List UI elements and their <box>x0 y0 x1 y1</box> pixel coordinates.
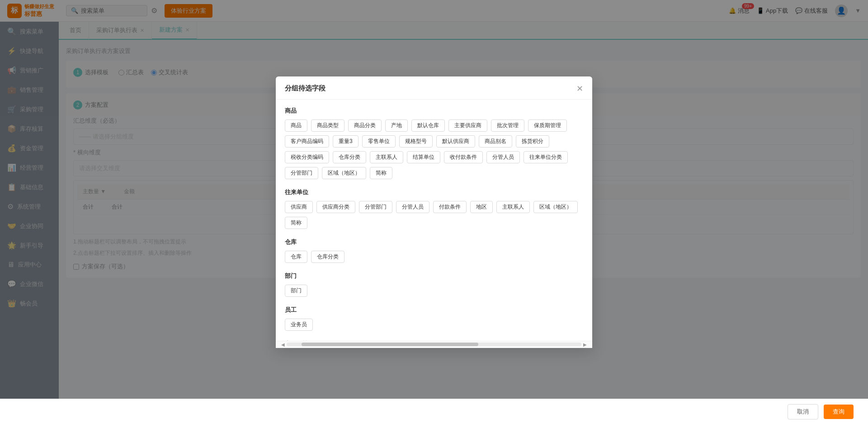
field-tag-1-3[interactable]: 分管人员 <box>396 201 429 213</box>
field-tag-2-1[interactable]: 仓库分类 <box>311 251 344 263</box>
bottom-action-bar: 取消 查询 <box>0 399 868 424</box>
field-tag-0-9[interactable]: 重量3 <box>333 135 359 148</box>
modal-body: 商品商品商品类型商品分类产地默认仓库主要供应商批次管理保质期管理客户商品编码重量… <box>276 100 592 341</box>
field-tag-0-24[interactable]: 简称 <box>370 167 392 179</box>
field-tag-0-8[interactable]: 客户商品编码 <box>285 135 329 148</box>
field-tag-0-11[interactable]: 规格型号 <box>399 135 433 148</box>
field-tag-3-0[interactable]: 部门 <box>285 285 307 297</box>
section-title-1: 往来单位 <box>285 188 583 196</box>
section-title-4: 员工 <box>285 306 583 314</box>
field-tag-0-22[interactable]: 分管部门 <box>285 167 318 179</box>
field-tag-0-7[interactable]: 保质期管理 <box>528 119 567 132</box>
field-tag-0-23[interactable]: 区域（地区） <box>322 167 366 179</box>
section-title-3: 部门 <box>285 272 583 280</box>
section-tags-2: 仓库仓库分类 <box>285 251 583 263</box>
section-tags-4: 业务员 <box>285 319 583 331</box>
section-title-0: 商品 <box>285 107 583 115</box>
field-tag-0-21[interactable]: 往来单位分类 <box>524 151 568 163</box>
field-tag-0-16[interactable]: 仓库分类 <box>333 151 366 163</box>
field-tag-1-6[interactable]: 主联系人 <box>496 201 530 213</box>
field-section-2: 仓库仓库仓库分类 <box>285 238 583 263</box>
scroll-track <box>287 343 581 346</box>
section-tags-0: 商品商品类型商品分类产地默认仓库主要供应商批次管理保质期管理客户商品编码重量3零… <box>285 119 583 179</box>
field-tag-1-5[interactable]: 地区 <box>470 201 493 213</box>
modal-header: 分组待选字段 ✕ <box>276 76 592 100</box>
field-tag-0-19[interactable]: 收付款条件 <box>444 151 483 163</box>
field-tag-0-18[interactable]: 结算单位 <box>407 151 440 163</box>
field-tag-4-0[interactable]: 业务员 <box>285 319 313 331</box>
field-tag-0-13[interactable]: 商品别名 <box>479 135 512 148</box>
field-tag-0-2[interactable]: 商品分类 <box>348 119 382 132</box>
scroll-thumb[interactable] <box>302 343 478 346</box>
field-tag-1-4[interactable]: 付款条件 <box>433 201 467 213</box>
field-tag-0-14[interactable]: 拣货积分 <box>516 135 549 148</box>
field-tag-0-3[interactable]: 产地 <box>385 119 408 132</box>
cancel-button[interactable]: 取消 <box>788 404 818 419</box>
field-tag-0-1[interactable]: 商品类型 <box>311 119 344 132</box>
field-section-3: 部门部门 <box>285 272 583 297</box>
modal-title: 分组待选字段 <box>285 84 326 93</box>
confirm-button[interactable]: 查询 <box>824 405 854 419</box>
field-tag-2-0[interactable]: 仓库 <box>285 251 307 263</box>
field-tag-0-17[interactable]: 主联系人 <box>370 151 403 163</box>
field-tag-0-20[interactable]: 分管人员 <box>486 151 520 163</box>
field-section-1: 往来单位供应商供应商分类分管部门分管人员付款条件地区主联系人区域（地区）简称 <box>285 188 583 229</box>
scroll-left-arrow[interactable]: ◀ <box>279 342 287 347</box>
section-tags-3: 部门 <box>285 285 583 297</box>
field-tag-1-8[interactable]: 简称 <box>285 217 307 229</box>
section-title-2: 仓库 <box>285 238 583 246</box>
field-tag-0-0[interactable]: 商品 <box>285 119 307 132</box>
field-section-4: 员工业务员 <box>285 306 583 331</box>
field-tag-1-1[interactable]: 供应商分类 <box>316 201 355 213</box>
field-tag-0-5[interactable]: 主要供应商 <box>448 119 487 132</box>
field-tag-0-6[interactable]: 批次管理 <box>491 119 524 132</box>
modal-scroll-bar: ◀ ▶ <box>276 341 592 348</box>
field-tag-1-2[interactable]: 分管部门 <box>359 201 392 213</box>
modal-close-btn[interactable]: ✕ <box>576 84 583 94</box>
field-tag-0-4[interactable]: 默认仓库 <box>411 119 445 132</box>
field-tag-0-10[interactable]: 零售单位 <box>362 135 396 148</box>
field-tag-1-0[interactable]: 供应商 <box>285 201 313 213</box>
field-select-modal: 分组待选字段 ✕ 商品商品商品类型商品分类产地默认仓库主要供应商批次管理保质期管… <box>276 76 592 348</box>
section-tags-1: 供应商供应商分类分管部门分管人员付款条件地区主联系人区域（地区）简称 <box>285 201 583 229</box>
field-tag-1-7[interactable]: 区域（地区） <box>533 201 578 213</box>
field-tag-0-12[interactable]: 默认供应商 <box>436 135 475 148</box>
field-tag-0-15[interactable]: 税收分类编码 <box>285 151 329 163</box>
field-section-0: 商品商品商品类型商品分类产地默认仓库主要供应商批次管理保质期管理客户商品编码重量… <box>285 107 583 179</box>
scroll-right-arrow[interactable]: ▶ <box>581 342 589 347</box>
